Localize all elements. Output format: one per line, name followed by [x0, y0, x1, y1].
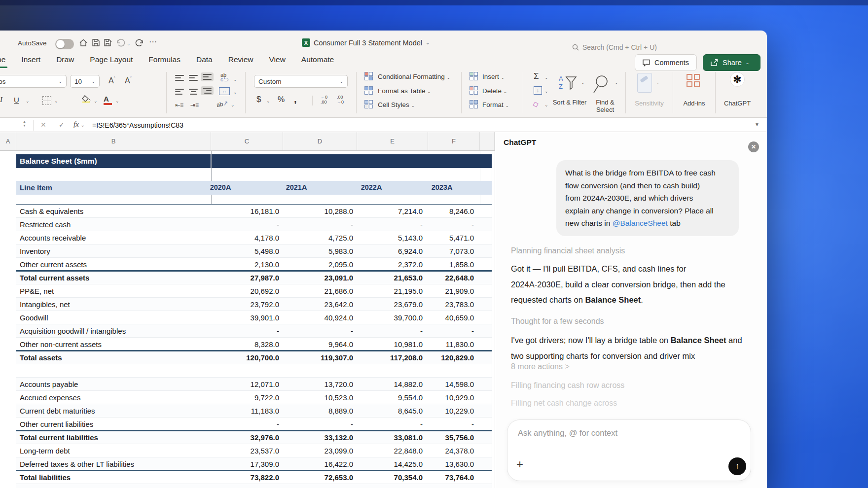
cell-line-item[interactable]: Goodwill — [16, 314, 211, 322]
cell-value[interactable]: 373.0 — [283, 487, 357, 488]
sheet-title-band[interactable] — [212, 154, 492, 168]
cell-value[interactable]: - — [428, 327, 480, 335]
insert-function-icon[interactable]: fx ⌄ — [73, 120, 85, 129]
cell-line-item[interactable]: Total assets — [16, 353, 211, 362]
cell-value[interactable]: 8,328.0 — [211, 340, 283, 349]
cell-value[interactable]: 23,091.0 — [283, 274, 357, 282]
cell-line-item[interactable]: Other non-current assets — [16, 340, 211, 349]
cell-value[interactable]: 39,901.0 — [211, 314, 283, 322]
sort-filter-icon[interactable]: AZ — [558, 74, 579, 96]
underline-chevron-icon[interactable]: ⌄ — [26, 99, 30, 104]
cell-value[interactable]: 10,929.0 — [428, 393, 480, 402]
cell-value[interactable]: - — [283, 220, 357, 229]
cell-value[interactable]: 33,081.0 — [357, 433, 428, 442]
sort-filter-label[interactable]: Sort & Filter — [552, 99, 587, 106]
sensitivity-icon[interactable] — [637, 73, 652, 93]
cell-value[interactable]: 39,700.0 — [357, 314, 428, 322]
confirm-entry-icon[interactable]: ✓ — [59, 121, 65, 129]
cell-value[interactable]: 10,981.0 — [357, 340, 428, 349]
cell-value[interactable]: 2,130.0 — [211, 260, 283, 269]
cell-line-item[interactable]: Total current liabilities — [16, 433, 211, 442]
cell-value[interactable]: 1,858.0 — [428, 260, 480, 269]
cell-value[interactable]: 23,099.0 — [283, 447, 357, 455]
cell-value[interactable]: 8,889.0 — [283, 407, 357, 415]
home-icon[interactable] — [79, 38, 88, 47]
delete-cells-label[interactable]: Delete ⌄ — [482, 87, 507, 95]
cell-value[interactable]: 22,848.0 — [357, 447, 428, 455]
cell-value[interactable]: 10,523.0 — [283, 393, 357, 402]
cell-line-item[interactable]: Total current assets — [16, 274, 211, 282]
addins-label[interactable]: Add-ins — [676, 100, 713, 107]
cell-value[interactable]: 9,722.0 — [211, 393, 283, 402]
cell-value[interactable]: 10,288.0 — [283, 207, 357, 215]
cell-line-item[interactable]: Other current liabilities — [16, 420, 211, 428]
cell-value[interactable]: 119,307.0 — [283, 353, 357, 362]
cell-value[interactable]: 2,095.0 — [283, 260, 357, 269]
cell-value[interactable]: 4,725.0 — [283, 234, 357, 242]
decrease-indent-icon[interactable]: ⇤≡ — [175, 102, 183, 108]
redo-refresh-icon[interactable] — [135, 38, 144, 47]
insert-cells-icon[interactable] — [470, 72, 478, 80]
format-as-table-label[interactable]: Format as Table ⌄ — [378, 87, 431, 95]
clear-chevron-icon[interactable]: ⌄ — [544, 103, 548, 107]
borders-chevron-icon[interactable]: ⌄ — [54, 99, 58, 104]
cell-line-item[interactable]: Long-term debt — [16, 447, 211, 455]
cell-value[interactable]: 21,653.0 — [357, 274, 428, 282]
cell-value[interactable]: 14,882.0 — [357, 380, 428, 388]
cell-value[interactable]: 21,686.0 — [283, 287, 357, 295]
cell-value[interactable]: 23,679.0 — [357, 300, 428, 309]
send-button[interactable]: ↑ — [728, 457, 746, 475]
cell-value[interactable]: 14,425.0 — [357, 460, 428, 468]
cell-line-item[interactable]: Intangibles, net — [16, 300, 211, 309]
align-middle-icon[interactable] — [189, 75, 198, 81]
comments-button[interactable]: Comments — [635, 54, 697, 71]
cell-value[interactable]: 5,498.0 — [211, 247, 283, 255]
cell-value[interactable]: 20,692.0 — [211, 287, 283, 295]
more-actions-link[interactable]: 8 more actions > — [511, 362, 570, 371]
cell-value[interactable]: - — [211, 327, 283, 335]
fill-down-icon[interactable]: ↓ — [534, 86, 542, 95]
tab-insert[interactable]: Insert — [21, 53, 40, 68]
align-center-icon[interactable] — [189, 89, 198, 95]
wrap-text-icon[interactable]: abc⮌ — [220, 73, 229, 82]
chat-input-box[interactable]: Ask anything, @ for context + ↑ — [507, 419, 751, 481]
cell-value[interactable]: - — [283, 420, 357, 428]
cell-value[interactable]: - — [211, 220, 283, 229]
column-header-C[interactable]: C — [211, 132, 283, 150]
cell-value[interactable]: 22,648.0 — [428, 274, 480, 282]
format-as-table-icon[interactable] — [364, 86, 373, 95]
tab-review[interactable]: Review — [228, 53, 253, 68]
cell-value[interactable]: 70,354.0 — [357, 473, 428, 482]
cell-value[interactable]: 9,554.0 — [357, 393, 428, 402]
borders-icon[interactable] — [42, 96, 51, 105]
column-header-E[interactable]: E — [357, 132, 428, 150]
find-select-icon[interactable] — [592, 74, 612, 96]
cell-line-item[interactable]: Accounts receivable — [16, 234, 211, 242]
font-color-icon[interactable]: A — [104, 95, 112, 105]
increase-indent-icon[interactable]: ⇥≡ — [190, 102, 199, 108]
decrease-decimal-icon[interactable]: ←0.00 — [321, 95, 327, 105]
number-format-select[interactable]: Custom⌄ — [254, 75, 348, 88]
cell-value[interactable]: 2,372.0 — [357, 260, 428, 269]
cell-value[interactable]: 17,309.0 — [211, 460, 283, 468]
font-size-select[interactable]: 10⌄ — [70, 75, 100, 88]
cell-line-item[interactable]: Deferred taxes & other LT liabilities — [16, 460, 211, 468]
increase-decimal-icon[interactable]: .00→0 — [337, 95, 344, 105]
cell-value[interactable]: 11,830.0 — [428, 340, 480, 349]
column-header-B[interactable]: B — [16, 132, 211, 150]
currency-chevron-icon[interactable]: ⌄ — [266, 99, 270, 104]
cell-value[interactable]: 16,181.0 — [211, 207, 283, 215]
undo-chevron-icon[interactable]: ⌄ — [127, 41, 131, 46]
cell-line-item[interactable]: Cash & equivalents — [16, 207, 211, 215]
cell-value[interactable]: 5,143.0 — [357, 234, 428, 242]
merge-chevron-icon[interactable]: ⌄ — [233, 90, 237, 95]
merge-center-icon[interactable]: ↔ — [219, 87, 230, 95]
undo-icon[interactable] — [115, 38, 125, 47]
cancel-entry-icon[interactable]: ✕ — [40, 121, 46, 129]
cell-value[interactable]: - — [428, 420, 480, 428]
cell-value[interactable]: 23,783.0 — [428, 300, 480, 309]
conditional-formatting-label[interactable]: Conditional Formatting ⌄ — [378, 73, 450, 80]
align-right-icon[interactable] — [201, 86, 214, 95]
italic-button[interactable]: I — [0, 96, 2, 104]
save-as-icon[interactable] — [104, 38, 112, 47]
